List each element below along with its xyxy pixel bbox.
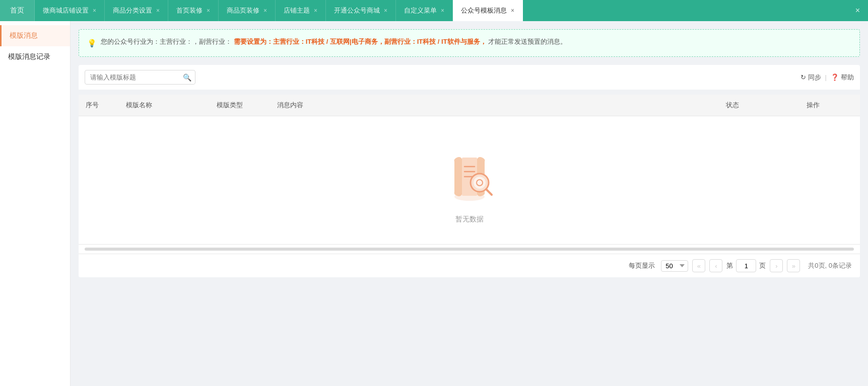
nav-tab-custom-menu[interactable]: 自定义菜单 ×: [396, 0, 453, 21]
col-header-status: 状态: [719, 95, 799, 116]
product-category-label: 商品分类设置: [113, 6, 152, 15]
col-header-name: 模版名称: [119, 95, 210, 116]
empty-text: 暂无数据: [455, 215, 484, 224]
next-page-button[interactable]: ›: [770, 259, 783, 272]
sync-label: 同步: [808, 73, 821, 82]
notice-icon: 💡: [87, 37, 97, 49]
wsc-store-label: 微商城店铺设置: [43, 6, 89, 15]
first-page-button[interactable]: «: [692, 259, 705, 272]
page-total: 共0页, 0条记录: [808, 261, 852, 270]
page-size-select[interactable]: 10 20 50 100: [661, 260, 688, 272]
notice-box: 💡 您的公众号行业为：主营行业：，副营行业： 需要设置为：主营行业：IT科技 /…: [79, 29, 860, 57]
close-open-wechat-mall[interactable]: ×: [384, 7, 387, 14]
table-container: 序号 模版名称 模版类型 消息内容 状态 操作: [79, 95, 860, 277]
open-wechat-mall-label: 开通公众号商城: [334, 6, 380, 15]
page-size-label: 每页显示: [629, 261, 655, 270]
last-page-button[interactable]: »: [787, 259, 800, 272]
close-wsc-store[interactable]: ×: [93, 7, 96, 14]
sidebar-item-template-msg-record[interactable]: 模版消息记录: [0, 46, 70, 67]
col-header-type: 模版类型: [210, 95, 270, 116]
page-number-input[interactable]: [736, 259, 756, 272]
notice-suffix: 才能正常发送预置的消息。: [488, 38, 567, 45]
pagination-row: 每页显示 10 20 50 100 « ‹ 第 页 › » 共0页, 0条记录: [79, 254, 860, 277]
close-product-decor[interactable]: ×: [263, 7, 267, 14]
svg-point-6: [474, 177, 486, 189]
page-input-wrap: 第 页: [726, 259, 766, 272]
help-icon: ❓: [831, 73, 839, 81]
nav-tab-product-decor[interactable]: 商品页装修 ×: [219, 0, 276, 21]
close-custom-menu[interactable]: ×: [441, 7, 444, 14]
scrollbar-row: [79, 244, 860, 254]
toolbar-divider: |: [825, 73, 827, 81]
help-button[interactable]: ❓ 帮助: [831, 73, 854, 82]
nav-tab-home[interactable]: 首页: [0, 0, 35, 21]
close-product-category[interactable]: ×: [156, 7, 160, 14]
sync-icon: ↻: [800, 73, 806, 81]
close-template-msg[interactable]: ×: [511, 7, 514, 14]
horizontal-scrollbar[interactable]: [85, 248, 854, 251]
sidebar: 模版消息 模版消息记录: [0, 21, 71, 386]
empty-state: 暂无数据: [79, 116, 860, 244]
close-all-tabs-button[interactable]: ×: [847, 6, 868, 15]
notice-text: 您的公众号行业为：主营行业：，副营行业： 需要设置为：主营行业：IT科技 / 互…: [101, 37, 851, 47]
sidebar-item-template-msg-record-label: 模版消息记录: [8, 52, 50, 60]
home-decor-label: 首页装修: [176, 6, 203, 15]
nav-tab-store-theme[interactable]: 店铺主题 ×: [276, 0, 326, 21]
col-header-content: 消息内容: [270, 95, 719, 116]
sync-button[interactable]: ↻ 同步: [800, 73, 821, 82]
product-decor-label: 商品页装修: [227, 6, 259, 15]
nav-tab-template-msg[interactable]: 公众号模板消息 ×: [453, 0, 523, 21]
sidebar-item-template-msg[interactable]: 模版消息: [0, 25, 70, 46]
search-input[interactable]: [85, 70, 195, 85]
search-icon[interactable]: 🔍: [183, 73, 191, 82]
table-header: 序号 模版名称 模版类型 消息内容 状态 操作: [79, 95, 860, 116]
nav-tab-wsc-store[interactable]: 微商城店铺设置 ×: [35, 0, 105, 21]
close-home-decor[interactable]: ×: [207, 7, 210, 14]
sidebar-item-template-msg-label: 模版消息: [10, 31, 38, 39]
custom-menu-label: 自定义菜单: [404, 6, 437, 15]
prev-page-button[interactable]: ‹: [709, 259, 722, 272]
page-input-suffix: 页: [759, 261, 766, 270]
toolbar-right: ↻ 同步 | ❓ 帮助: [800, 73, 854, 82]
top-nav: 首页 微商城店铺设置 × 商品分类设置 × 首页装修 × 商品页装修 × 店铺主…: [0, 0, 868, 21]
home-tab-label: 首页: [10, 6, 24, 15]
content-area: 💡 您的公众号行业为：主营行业：，副营行业： 需要设置为：主营行业：IT科技 /…: [71, 21, 868, 386]
template-msg-label: 公众号模板消息: [461, 6, 507, 15]
toolbar-row: 🔍 ↻ 同步 | ❓ 帮助: [79, 65, 860, 90]
col-header-actions: 操作: [799, 95, 860, 116]
empty-state-icon: [439, 146, 500, 207]
search-input-wrap: 🔍: [85, 70, 195, 85]
nav-tab-open-wechat-mall[interactable]: 开通公众号商城 ×: [326, 0, 396, 21]
help-label: 帮助: [841, 73, 854, 82]
notice-prefix: 您的公众号行业为：主营行业：，副营行业：: [101, 38, 232, 45]
page-input-prefix: 第: [726, 261, 733, 270]
main-layout: 模版消息 模版消息记录 💡 您的公众号行业为：主营行业：，副营行业： 需要设置为…: [0, 21, 868, 386]
nav-tab-home-decor[interactable]: 首页装修 ×: [168, 0, 219, 21]
store-theme-label: 店铺主题: [284, 6, 310, 15]
notice-highlight: 需要设置为：主营行业：IT科技 / 互联网|电子商务，副营行业：IT科技 / I…: [234, 38, 487, 45]
nav-tab-product-category[interactable]: 商品分类设置 ×: [105, 0, 168, 21]
close-store-theme[interactable]: ×: [314, 7, 317, 14]
svg-line-7: [486, 189, 492, 195]
col-header-index: 序号: [79, 95, 119, 116]
